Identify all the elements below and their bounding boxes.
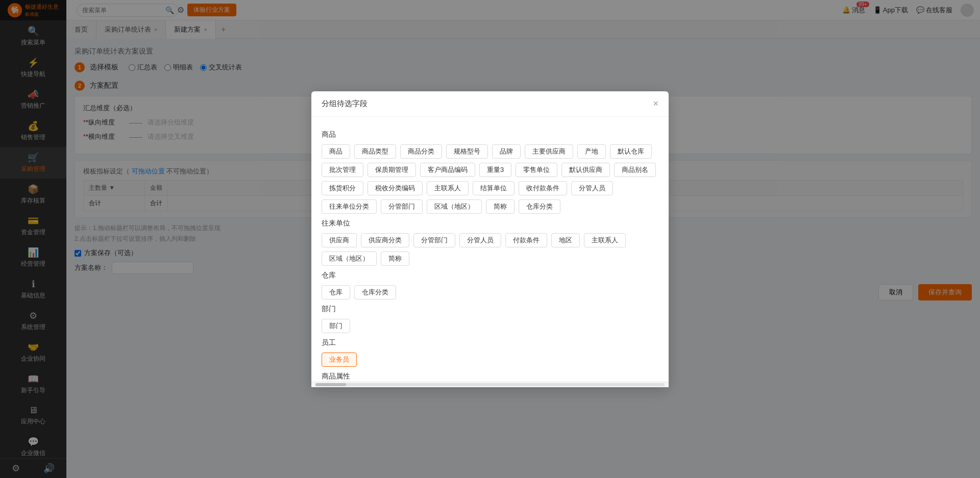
field-chip[interactable]: 地区 [551, 233, 580, 247]
field-chip[interactable]: 商品分类 [400, 144, 442, 159]
modal-section-title: 员工 [322, 338, 658, 347]
field-chip[interactable]: 商品别名 [614, 163, 656, 177]
modal-dialog: 分组待选字段 × 商品商品商品类型商品分类规格型号品牌主要供应商产地默认仓库批次… [311, 91, 669, 387]
field-chip[interactable]: 简称 [486, 199, 514, 214]
modal-body[interactable]: 商品商品商品类型商品分类规格型号品牌主要供应商产地默认仓库批次管理保质期管理客户… [311, 117, 669, 382]
field-chip[interactable]: 商品类型 [354, 144, 396, 159]
field-chip[interactable]: 拣货积分 [322, 181, 363, 195]
field-chip[interactable]: 仓库分类 [354, 285, 396, 299]
field-chip[interactable]: 客户商品编码 [420, 163, 475, 177]
field-chip[interactable]: 往来单位分类 [322, 199, 377, 214]
field-chip[interactable]: 零售单位 [516, 163, 557, 177]
field-chip[interactable]: 产地 [577, 144, 606, 159]
modal-section-title: 仓库 [322, 271, 658, 280]
field-chip[interactable]: 仓库 [322, 285, 350, 299]
field-chip[interactable]: 区域（地区） [322, 251, 377, 266]
field-chip[interactable]: 品牌 [492, 144, 521, 159]
field-chip[interactable]: 分管人员 [459, 233, 501, 247]
field-chips-group: 仓库仓库分类 [322, 285, 658, 299]
field-chip[interactable]: 供应商 [322, 233, 357, 247]
modal-section-title: 商品 [322, 130, 658, 139]
field-chip[interactable]: 简称 [381, 251, 409, 266]
modal-header: 分组待选字段 × [311, 91, 669, 117]
field-chip[interactable]: 保质期管理 [368, 163, 416, 177]
field-chip[interactable]: 税收分类编码 [368, 181, 423, 195]
field-chip[interactable]: 默认仓库 [610, 144, 652, 159]
field-chip[interactable]: 供应商分类 [361, 233, 409, 247]
modal-close-button[interactable]: × [653, 98, 658, 109]
field-chip[interactable]: 部门 [322, 319, 350, 333]
field-chip[interactable]: 重量3 [479, 163, 511, 177]
field-chip[interactable]: 商品 [322, 144, 350, 159]
field-chips-group: 部门 [322, 319, 658, 333]
field-chip[interactable]: 分管部门 [413, 233, 455, 247]
modal-overlay: 分组待选字段 × 商品商品商品类型商品分类规格型号品牌主要供应商产地默认仓库批次… [0, 0, 980, 478]
modal-footer-scrollbar [311, 382, 669, 387]
field-chip[interactable]: 付款条件 [505, 233, 547, 247]
field-chip[interactable]: 批次管理 [322, 163, 363, 177]
field-chip[interactable]: 默认供应商 [561, 163, 610, 177]
field-chip[interactable]: 主联系人 [584, 233, 626, 247]
field-chip[interactable]: 主要供应商 [525, 144, 573, 159]
scrollbar-thumb[interactable] [315, 383, 346, 386]
modal-section-title: 部门 [322, 305, 658, 314]
field-chip[interactable]: 分管部门 [381, 199, 423, 214]
field-chip[interactable]: 仓库分类 [519, 199, 560, 214]
modal-section-title: 商品属性 [322, 372, 658, 381]
field-chip[interactable]: 业务员 [322, 353, 357, 367]
field-chip[interactable]: 分管人员 [571, 181, 613, 195]
field-chips-group: 供应商供应商分类分管部门分管人员付款条件地区主联系人区域（地区）简称 [322, 233, 658, 266]
field-chip[interactable]: 区域（地区） [427, 199, 482, 214]
field-chip[interactable]: 结算单位 [473, 181, 514, 195]
modal-section-title: 往来单位 [322, 219, 658, 228]
field-chip[interactable]: 主联系人 [427, 181, 469, 195]
field-chip[interactable]: 收付款条件 [519, 181, 567, 195]
modal-title: 分组待选字段 [322, 99, 368, 109]
field-chips-group: 商品商品类型商品分类规格型号品牌主要供应商产地默认仓库批次管理保质期管理客户商品… [322, 144, 658, 214]
field-chip[interactable]: 规格型号 [446, 144, 488, 159]
field-chips-group: 业务员 [322, 353, 658, 367]
scrollbar-track [315, 383, 665, 386]
